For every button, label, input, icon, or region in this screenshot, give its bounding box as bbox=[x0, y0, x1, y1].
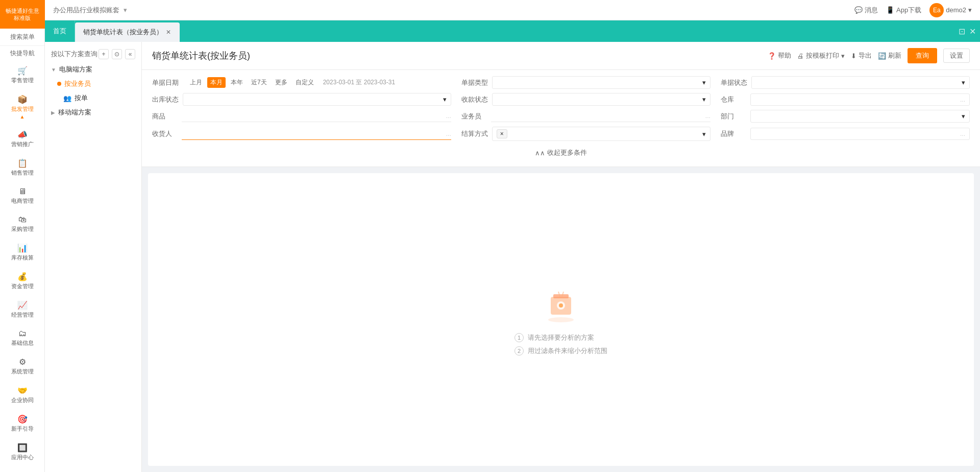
tree-item-order[interactable]: 👥 按单 bbox=[45, 91, 141, 105]
user-dropdown-icon: ▾ bbox=[968, 6, 972, 14]
date-tab-thisyear[interactable]: 本年 bbox=[228, 77, 246, 88]
filter-salesperson: 业务员 ... bbox=[461, 110, 710, 122]
topbar: 办公用品行业模拟账套 ▾ 💬 消息 📱 App下载 Ea demo2 ▾ bbox=[45, 0, 980, 20]
tree-item-salesperson-label: 按业务员 bbox=[64, 79, 91, 88]
dept-select[interactable]: ▾ bbox=[750, 110, 970, 123]
app-download-btn[interactable]: 📱 App下载 bbox=[886, 6, 921, 15]
filter-area: 单据日期 上月 本月 本年 近7天 更多 自定义 2023-03-01 至 20… bbox=[142, 70, 980, 167]
dept-dropdown-icon: ▾ bbox=[962, 112, 965, 120]
breadcrumb-text: 办公用品行业模拟账套 bbox=[53, 6, 119, 15]
collapse-btn[interactable]: ∧∧ 收起更多条件 bbox=[152, 145, 970, 160]
sidebar-item-finance[interactable]: 💰 资金管理 bbox=[0, 267, 44, 295]
print-icon: 🖨 bbox=[797, 52, 804, 60]
recvstatus-dropdown-icon: ▾ bbox=[702, 96, 706, 103]
date-tab-custom[interactable]: 自定义 bbox=[292, 77, 317, 88]
tab-home-label: 首页 bbox=[53, 27, 66, 36]
message-btn[interactable]: 💬 消息 bbox=[854, 6, 878, 15]
date-tab-lastmonth[interactable]: 上月 bbox=[187, 77, 205, 88]
tab-home[interactable]: 首页 bbox=[45, 20, 75, 42]
sidebar-item-corpwechat[interactable]: 💬 企业微信 bbox=[0, 466, 44, 472]
topbar-left: 办公用品行业模拟账套 ▾ bbox=[53, 6, 127, 15]
left-panel-header: 按以下方案查询 + ⊙ « bbox=[45, 46, 141, 62]
print-dropdown-icon: ▾ bbox=[841, 52, 845, 60]
sidebar-item-system[interactable]: ⚙ 系统管理 bbox=[0, 352, 44, 381]
sidebar-item-sales[interactable]: 📋 销售管理 bbox=[0, 153, 44, 182]
operation-icon: 📈 bbox=[17, 300, 28, 310]
status-select[interactable]: ▾ bbox=[751, 76, 970, 89]
tree-expand-icon: ▼ bbox=[51, 67, 56, 73]
refresh-btn[interactable]: 🔄 刷新 bbox=[878, 51, 901, 60]
query-btn[interactable]: 查询 bbox=[908, 48, 937, 63]
app-logo: 畅捷通好生意 标准版 bbox=[0, 0, 45, 29]
settlement-select[interactable]: × ▾ bbox=[492, 127, 710, 141]
recvstatus-select[interactable]: ▾ bbox=[492, 93, 710, 106]
filter-outstatus: 出库状态 ▾ bbox=[152, 93, 451, 106]
collapse-panel-btn[interactable]: « bbox=[125, 49, 135, 59]
sidebar-item-finance-label: 资金管理 bbox=[11, 282, 34, 290]
sidebar-item-inventory[interactable]: 📊 库存核算 bbox=[0, 238, 44, 267]
type-select[interactable]: ▾ bbox=[492, 76, 710, 89]
search-menu[interactable]: 搜索菜单 bbox=[0, 29, 44, 46]
tree-item-salesperson[interactable]: 按业务员 bbox=[45, 77, 141, 91]
tab-report[interactable]: 销货单统计表（按业务员） ✕ bbox=[75, 22, 180, 42]
topbar-right: 💬 消息 📱 App下载 Ea demo2 ▾ bbox=[854, 3, 972, 17]
sidebar-item-enterprise[interactable]: 🤝 企业协同 bbox=[0, 381, 44, 409]
restore-window-icon[interactable]: ⊡ bbox=[959, 27, 965, 36]
sidebar-item-sales-label: 销售管理 bbox=[11, 169, 34, 177]
recvstatus-label: 收款状态 bbox=[461, 95, 488, 104]
user-avatar: Ea bbox=[929, 3, 944, 17]
sidebar-item-retail[interactable]: 🛒 零售管理 bbox=[0, 61, 44, 89]
collapse-label: 收起更多条件 bbox=[547, 148, 587, 157]
sidebar-item-basic[interactable]: 🗂 基础信息 bbox=[0, 324, 44, 352]
print-btn[interactable]: 🖨 按模板打印 ▾ bbox=[797, 51, 845, 60]
sidebar-item-inventory-label: 库存核算 bbox=[11, 254, 34, 262]
receiver-input[interactable]: ... bbox=[182, 128, 451, 140]
export-btn[interactable]: ⬇ 导出 bbox=[851, 51, 872, 60]
left-panel-actions: + ⊙ « bbox=[99, 49, 135, 59]
settings-scheme-btn[interactable]: ⊙ bbox=[112, 49, 122, 59]
quick-nav[interactable]: 快捷导航 bbox=[0, 46, 44, 61]
newbie-icon: 🎯 bbox=[17, 414, 28, 424]
dept-label: 部门 bbox=[721, 112, 746, 121]
sidebar-item-marketing-label: 营销推广 bbox=[11, 140, 34, 148]
receiver-ellipsis: ... bbox=[446, 130, 451, 137]
sidebar-item-ecommerce[interactable]: 🖥 电商管理 bbox=[0, 182, 44, 210]
goods-input[interactable]: ... bbox=[182, 110, 451, 122]
date-label: 单据日期 bbox=[152, 78, 179, 87]
finance-icon: 💰 bbox=[17, 272, 28, 281]
settlement-label: 结算方式 bbox=[461, 129, 488, 138]
message-label: 消息 bbox=[865, 6, 878, 15]
user-menu[interactable]: Ea demo2 ▾ bbox=[929, 3, 972, 17]
breadcrumb-dropdown-icon[interactable]: ▾ bbox=[124, 6, 127, 14]
filter-receiver: 收货人 ... bbox=[152, 128, 451, 140]
tree-mobile-section[interactable]: ▶ 移动端方案 bbox=[45, 105, 141, 120]
empty-steps: 1 请先选择要分析的方案 2 用过滤条件来缩小分析范围 bbox=[514, 333, 607, 356]
wholesale-arrow: ▲ bbox=[20, 114, 25, 120]
brand-select[interactable]: ... bbox=[750, 128, 970, 140]
date-tab-more[interactable]: 更多 bbox=[272, 77, 290, 88]
salesperson-input[interactable]: ... bbox=[491, 110, 710, 122]
marketing-icon: 📣 bbox=[17, 130, 28, 139]
outstatus-select[interactable]: ▾ bbox=[183, 93, 451, 106]
filter-settlement: 结算方式 × ▾ bbox=[461, 127, 710, 141]
sidebar-item-purchase[interactable]: 🛍 采购管理 bbox=[0, 210, 44, 238]
tab-close-icon[interactable]: ✕ bbox=[166, 29, 171, 36]
sidebar-item-appstore[interactable]: 🔲 应用中心 bbox=[0, 438, 44, 466]
sidebar-item-newbie[interactable]: 🎯 新手引导 bbox=[0, 409, 44, 438]
message-icon: 💬 bbox=[854, 6, 863, 14]
date-tab-7days[interactable]: 近7天 bbox=[248, 77, 270, 88]
tree-pc-section[interactable]: ▼ 电脑端方案 bbox=[45, 62, 141, 77]
add-scheme-btn[interactable]: + bbox=[99, 49, 109, 59]
main-area: 办公用品行业模拟账套 ▾ 💬 消息 📱 App下载 Ea demo2 ▾ 首页 … bbox=[45, 0, 980, 472]
sidebar-item-basic-label: 基础信息 bbox=[11, 339, 34, 347]
warehouse-select[interactable]: ... bbox=[750, 93, 970, 106]
sidebar-item-marketing[interactable]: 📣 营销推广 bbox=[0, 125, 44, 153]
help-btn[interactable]: ❓ 帮助 bbox=[768, 51, 791, 60]
outstatus-label: 出库状态 bbox=[152, 95, 179, 104]
close-window-icon[interactable]: ✕ bbox=[969, 27, 976, 36]
date-tab-thismonth[interactable]: 本月 bbox=[207, 77, 226, 88]
tree-expand-mobile-icon: ▶ bbox=[51, 110, 55, 115]
settings-btn[interactable]: 设置 bbox=[943, 49, 970, 63]
sidebar-item-operation[interactable]: 📈 经营管理 bbox=[0, 295, 44, 324]
sidebar-item-wholesale[interactable]: 📦 批发管理 ▲ bbox=[0, 89, 44, 125]
